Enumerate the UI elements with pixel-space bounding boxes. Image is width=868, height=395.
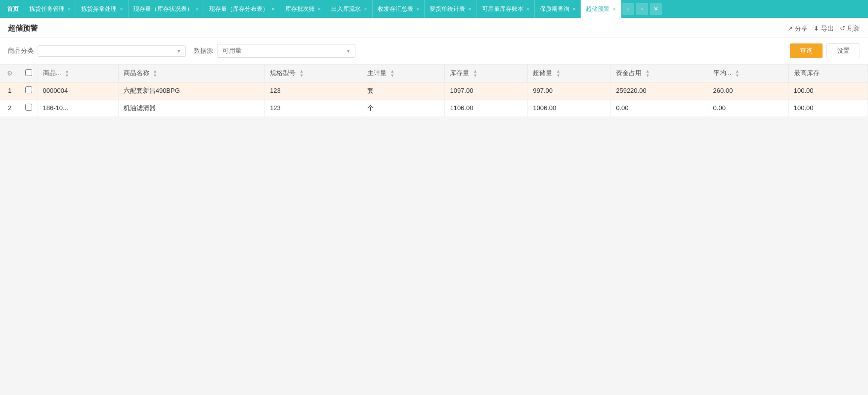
row-2-product-name: 机油滤清器 bbox=[118, 99, 264, 117]
col-header-checkbox bbox=[20, 65, 38, 82]
close-refine-abnormal[interactable]: × bbox=[120, 6, 123, 12]
col-header-stock[interactable]: 库存量 ▲▼ bbox=[445, 65, 528, 82]
row-2-max-stock: 100.00 bbox=[788, 99, 868, 117]
row-1-avg: 260.00 bbox=[708, 82, 788, 99]
sort-spec-icon: ▲▼ bbox=[300, 69, 304, 78]
table-row: 1 0000004 六配套新昌490BPG 123 套 1097.00 997.… bbox=[0, 82, 868, 99]
share-icon: ↗ bbox=[787, 25, 793, 32]
close-inventory-dist[interactable]: × bbox=[271, 6, 274, 12]
nav-tab-order-stats[interactable]: 要货单统计表 × bbox=[425, 0, 477, 18]
sort-product-name-icon: ▲▼ bbox=[153, 69, 157, 78]
nav-tab-inventory-dist[interactable]: 现存量（库存分布表） × bbox=[204, 0, 280, 18]
table-row: 2 186-10... 机油滤清器 123 个 1106.00 1006.00 … bbox=[0, 99, 868, 117]
row-2-product-code: 186-10... bbox=[38, 99, 118, 117]
datasource-value: 可用量 bbox=[222, 46, 242, 55]
sort-overstock-icon: ▲▼ bbox=[556, 69, 561, 78]
datasource-label: 数据源 bbox=[194, 46, 213, 55]
data-table: ⚙ 商品... ▲▼ 商品名称 ▲▼ 规格型号 ▲▼ 主计 bbox=[0, 65, 868, 117]
col-header-settings: ⚙ bbox=[0, 65, 20, 82]
row-2-stock: 1106.00 bbox=[445, 99, 528, 117]
col-header-max-stock[interactable]: 最高库存 bbox=[788, 65, 868, 82]
row-2-avg: 0.00 bbox=[708, 99, 788, 117]
nav-tab-home[interactable]: 首页 bbox=[2, 0, 24, 18]
close-order-stats[interactable]: × bbox=[468, 6, 471, 12]
sort-stock-icon: ▲▼ bbox=[473, 69, 477, 78]
close-available-account[interactable]: × bbox=[526, 6, 529, 12]
col-header-capital[interactable]: 资金占用 ▲▼ bbox=[611, 65, 708, 82]
row-2-over-stock: 1006.00 bbox=[528, 99, 611, 117]
row-2-unit: 个 bbox=[362, 99, 445, 117]
sort-capital-icon: ▲▼ bbox=[646, 69, 650, 78]
row-1-unit: 套 bbox=[362, 82, 445, 99]
col-header-product-code[interactable]: 商品... ▲▼ bbox=[38, 65, 118, 82]
row-1-checkbox[interactable] bbox=[25, 86, 32, 93]
nav-tab-over-storage[interactable]: 超储预警 × bbox=[581, 0, 621, 18]
close-collect-summary[interactable]: × bbox=[416, 6, 419, 12]
top-nav: 首页 拣货任务管理 × 拣货异常处理 × 现存量（库存状况表） × 现存量（库存… bbox=[0, 0, 868, 18]
close-over-storage[interactable]: × bbox=[612, 6, 615, 12]
table-container: ⚙ 商品... ▲▼ 商品名称 ▲▼ 规格型号 ▲▼ 主计 bbox=[0, 65, 868, 117]
filter-bar: 商品分类 ▾ 数据源 可用量 ▾ 查询 设置 bbox=[0, 38, 868, 65]
refresh-button[interactable]: ↺ 刷新 bbox=[840, 24, 860, 33]
nav-arrow-close[interactable]: ✕ bbox=[650, 3, 662, 15]
sort-product-code-icon: ▲▼ bbox=[65, 69, 69, 78]
col-header-unit[interactable]: 主计量 ▲▼ bbox=[362, 65, 445, 82]
row-2-checkbox[interactable] bbox=[25, 104, 32, 111]
query-button[interactable]: 查询 bbox=[790, 43, 823, 58]
col-header-product-name[interactable]: 商品名称 ▲▼ bbox=[118, 65, 264, 82]
col-header-avg[interactable]: 平均... ▲▼ bbox=[708, 65, 788, 82]
category-filter: 商品分类 ▾ bbox=[8, 45, 186, 57]
row-1-checkbox-cell bbox=[20, 82, 38, 99]
row-2-checkbox-cell bbox=[20, 99, 38, 117]
nav-arrow-left[interactable]: ‹ bbox=[622, 3, 634, 15]
nav-tab-inout-flow[interactable]: 出入库流水 × bbox=[326, 0, 372, 18]
sort-unit-icon: ▲▼ bbox=[390, 69, 394, 78]
close-inventory-status[interactable]: × bbox=[196, 6, 199, 12]
export-icon: ⬇ bbox=[814, 25, 819, 32]
category-arrow-icon: ▾ bbox=[177, 48, 180, 54]
nav-tab-quality-check[interactable]: 保质期查询 × bbox=[535, 0, 581, 18]
datasource-filter: 数据源 可用量 ▾ bbox=[194, 44, 355, 58]
nav-tab-inventory-batch[interactable]: 库存批次账 × bbox=[280, 0, 326, 18]
row-1-index: 1 bbox=[0, 82, 20, 99]
row-1-product-code: 0000004 bbox=[38, 82, 118, 99]
row-1-over-stock: 997.00 bbox=[528, 82, 611, 99]
page-header: 超储预警 ↗ 分享 ⬇ 导出 ↺ 刷新 bbox=[0, 18, 868, 38]
col-header-spec[interactable]: 规格型号 ▲▼ bbox=[265, 65, 362, 82]
row-2-capital: 0.00 bbox=[611, 99, 708, 117]
datasource-arrow-icon: ▾ bbox=[347, 48, 350, 54]
filter-buttons: 查询 设置 bbox=[790, 43, 860, 58]
row-2-index: 2 bbox=[0, 99, 20, 117]
row-1-max-stock: 100.00 bbox=[788, 82, 868, 99]
nav-tab-collect-summary[interactable]: 收发存汇总表 × bbox=[373, 0, 425, 18]
col-header-over-stock[interactable]: 超储量 ▲▼ bbox=[528, 65, 611, 82]
settings-gear-icon[interactable]: ⚙ bbox=[7, 70, 13, 77]
select-all-checkbox[interactable] bbox=[25, 69, 32, 76]
row-2-spec: 123 bbox=[265, 99, 362, 117]
nav-tab-available-account[interactable]: 可用量库存账本 × bbox=[477, 0, 535, 18]
export-button[interactable]: ⬇ 导出 bbox=[814, 24, 834, 33]
row-1-spec: 123 bbox=[265, 82, 362, 99]
close-quality-check[interactable]: × bbox=[572, 6, 575, 12]
close-inout-flow[interactable]: × bbox=[364, 6, 367, 12]
row-1-capital: 259220.00 bbox=[611, 82, 708, 99]
page-title: 超储预警 bbox=[8, 24, 38, 33]
row-1-stock: 1097.00 bbox=[445, 82, 528, 99]
refresh-icon: ↺ bbox=[840, 25, 845, 32]
nav-arrow-right[interactable]: › bbox=[636, 3, 648, 15]
nav-tab-inventory-status[interactable]: 现存量（库存状况表） × bbox=[129, 0, 204, 18]
close-refine-task[interactable]: × bbox=[68, 6, 71, 12]
table-header-row: ⚙ 商品... ▲▼ 商品名称 ▲▼ 规格型号 ▲▼ 主计 bbox=[0, 65, 868, 82]
settings-button[interactable]: 设置 bbox=[826, 43, 860, 58]
close-inventory-batch[interactable]: × bbox=[318, 6, 321, 12]
datasource-select[interactable]: 可用量 ▾ bbox=[217, 44, 355, 58]
sort-avg-icon: ▲▼ bbox=[735, 69, 739, 78]
share-button[interactable]: ↗ 分享 bbox=[787, 24, 808, 33]
category-select[interactable]: ▾ bbox=[38, 45, 186, 57]
nav-tab-refine-task[interactable]: 拣货任务管理 × bbox=[24, 0, 76, 18]
header-actions: ↗ 分享 ⬇ 导出 ↺ 刷新 bbox=[787, 24, 860, 33]
nav-tab-refine-abnormal[interactable]: 拣货异常处理 × bbox=[76, 0, 128, 18]
row-1-product-name: 六配套新昌490BPG bbox=[118, 82, 264, 99]
category-label: 商品分类 bbox=[8, 46, 34, 55]
